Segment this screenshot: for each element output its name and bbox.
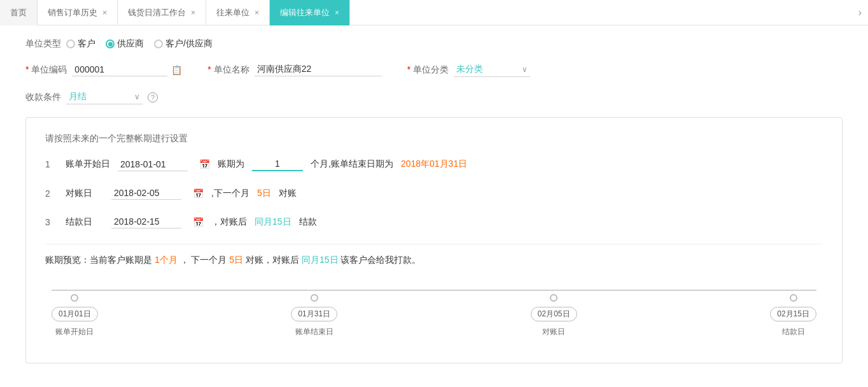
nav-right-icon: › — [858, 7, 862, 18]
tab-edit-counterpart[interactable]: 编辑往来单位 × — [270, 0, 350, 25]
period-desc-pre: 账期为 — [218, 158, 244, 170]
period-row-1-label: 账单开始日 — [66, 158, 110, 170]
timeline-point-2: 02月05日 对账日 — [531, 294, 577, 337]
payment-condition-value: 月结 — [69, 91, 129, 102]
payment-condition-label: 收款条件 — [25, 92, 61, 103]
timeline-line — [52, 290, 816, 291]
preview-text: 账期预览：当前客户账期是 1个月 ， 下一个月 5日 对账，对账后 同月15日 … — [45, 255, 823, 266]
tab-cash-work[interactable]: 钱货日清工作台 × — [118, 0, 206, 25]
period-row-2: 2 对账日 📅 ,下一个月 5日 对账 — [45, 186, 823, 200]
radio-customer-supplier-label: 客户/供应商 — [165, 38, 213, 50]
radio-customer-circle — [66, 39, 75, 48]
radio-supplier-circle — [106, 39, 115, 48]
timeline-label-3: 结款日 — [782, 327, 805, 337]
preview-period-orange: 1个月 — [155, 255, 178, 265]
unit-type-row: 单位类型 客户 供应商 客户/供应商 — [25, 38, 843, 50]
unit-type-label: 单位类型 — [25, 38, 61, 50]
reconcile-suffix-a: ,下一个月 — [211, 188, 249, 199]
preview-next-label: 下一个月 — [191, 255, 227, 265]
timeline-badge-0: 01月01日 — [52, 307, 98, 321]
tab-edit-counterpart-label: 编辑往来单位 — [280, 7, 330, 18]
unit-name-label: 单位名称 — [207, 64, 249, 76]
period-value-input[interactable] — [252, 157, 303, 171]
period-card: 请按照未来的一个完整帐期进行设置 1 账单开始日 📅 账期为 个月,账单结束日期… — [25, 117, 843, 363]
tab-nav-right[interactable]: › — [852, 7, 868, 18]
unit-code-calendar-icon[interactable]: 📋 — [171, 65, 182, 75]
start-date-calendar-icon[interactable]: 📅 — [199, 159, 210, 169]
reconcile-suffix-b: 对账 — [279, 188, 297, 199]
preview-label: 账期预览：当前客户账期是 — [45, 255, 152, 265]
preview-next-day: 5日 — [229, 255, 243, 265]
payment-condition-dropdown[interactable]: 月结 ∨ — [66, 90, 143, 104]
timeline-badge-3: 02月15日 — [770, 307, 816, 321]
timeline-label-0: 账单开始日 — [55, 327, 94, 337]
unit-category-value: 未分类 — [456, 64, 517, 75]
timeline-label-1: 账单结束日 — [295, 327, 333, 337]
timeline-dot-0 — [71, 294, 78, 302]
preview-section: 账期预览：当前客户账期是 1个月 ， 下一个月 5日 对账，对账后 同月15日 … — [45, 244, 823, 348]
payment-condition-item: 收款条件 月结 ∨ ? — [25, 90, 158, 104]
unit-type-radio-group: 客户 供应商 客户/供应商 — [66, 38, 213, 50]
tab-cash-work-label: 钱货日清工作台 — [128, 7, 186, 18]
payment-date-input[interactable] — [111, 215, 181, 229]
period-row-3: 3 结款日 📅 ，对账后 同月15日 结款 — [45, 215, 823, 229]
preview-end-text: 该客户会给我打款。 — [340, 255, 421, 265]
timeline-point-1: 01月31日 账单结束日 — [291, 294, 337, 337]
tab-home[interactable]: 首页 — [0, 0, 38, 25]
preview-final-day: 同月15日 — [302, 255, 339, 265]
timeline-point-3: 02月15日 结款日 — [770, 294, 816, 337]
radio-supplier[interactable]: 供应商 — [106, 38, 144, 50]
unit-name-item: 单位名称 — [207, 63, 381, 76]
unit-code-label: 单位编码 — [25, 64, 67, 76]
preview-comma: ， — [180, 255, 189, 265]
payment-date-calendar-icon[interactable]: 📅 — [193, 217, 204, 227]
period-row-2-label: 对账日 — [66, 188, 104, 199]
unit-code-input[interactable] — [72, 63, 167, 76]
tab-bar: 首页 销售订单历史 × 钱货日清工作台 × 往来单位 × 编辑往来单位 × › — [0, 0, 868, 25]
timeline-dot-3 — [790, 294, 797, 302]
unit-info-row: 单位编码 📋 单位名称 单位分类 未分类 ∨ — [25, 62, 843, 77]
payment-suffix-a: ，对账后 — [211, 216, 247, 228]
period-desc-post: 个月,账单结束日期为 — [311, 158, 393, 170]
unit-name-input[interactable] — [255, 63, 382, 76]
tab-edit-counterpart-close[interactable]: × — [335, 8, 339, 17]
unit-category-arrow: ∨ — [522, 65, 528, 74]
tab-home-label: 首页 — [10, 7, 27, 18]
tab-counterpart-unit-close[interactable]: × — [255, 8, 259, 17]
reconcile-date-calendar-icon[interactable]: 📅 — [193, 188, 204, 199]
radio-customer-supplier[interactable]: 客户/供应商 — [154, 38, 213, 50]
period-row-2-num: 2 — [45, 188, 58, 199]
period-end-date: 2018年01月31日 — [401, 158, 467, 170]
tab-counterpart-unit[interactable]: 往来单位 × — [206, 0, 270, 25]
reconcile-highlight-day: 5日 — [257, 188, 271, 199]
radio-customer-label: 客户 — [78, 38, 95, 50]
timeline-label-2: 对账日 — [542, 327, 565, 337]
payment-condition-arrow: ∨ — [134, 92, 140, 101]
main-content: 单位类型 客户 供应商 客户/供应商 单位编码 📋 — [0, 25, 868, 387]
tab-sales-order-history[interactable]: 销售订单历史 × — [38, 0, 118, 25]
period-row-3-label: 结款日 — [66, 216, 104, 228]
tab-counterpart-unit-label: 往来单位 — [216, 7, 249, 18]
tab-sales-order-history-label: 销售订单历史 — [48, 7, 97, 18]
radio-customer[interactable]: 客户 — [66, 38, 95, 50]
card-title: 请按照未来的一个完整帐期进行设置 — [45, 133, 823, 144]
unit-category-dropdown[interactable]: 未分类 ∨ — [454, 62, 530, 77]
unit-category-label: 单位分类 — [407, 64, 449, 76]
tab-sales-order-history-close[interactable]: × — [102, 8, 107, 17]
unit-type-item: 单位类型 客户 供应商 客户/供应商 — [25, 38, 213, 50]
timeline-badge-1: 01月31日 — [291, 307, 337, 321]
timeline: 01月01日 账单开始日 01月31日 账单结束日 02月05日 对账日 — [45, 281, 823, 337]
reconcile-date-input[interactable] — [111, 186, 181, 200]
start-date-input[interactable] — [118, 158, 188, 171]
unit-category-item: 单位分类 未分类 ∨ — [407, 62, 530, 77]
unit-code-item: 单位编码 📋 — [25, 63, 182, 76]
preview-mid-text: 对账，对账后 — [246, 255, 299, 265]
tab-cash-work-close[interactable]: × — [191, 8, 195, 17]
radio-supplier-label: 供应商 — [117, 38, 144, 50]
period-row-3-num: 3 — [45, 217, 58, 227]
timeline-points: 01月01日 账单开始日 01月31日 账单结束日 02月05日 对账日 — [52, 294, 816, 337]
payment-highlight-day: 同月15日 — [255, 216, 291, 228]
payment-suffix-b: 结款 — [299, 216, 317, 228]
payment-condition-help-icon[interactable]: ? — [148, 92, 158, 102]
timeline-badge-2: 02月05日 — [531, 307, 577, 321]
